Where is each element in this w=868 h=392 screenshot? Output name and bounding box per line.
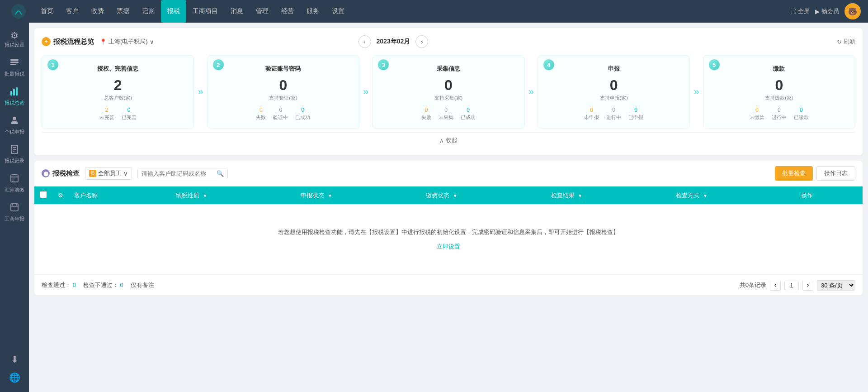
refresh-button[interactable]: ↻ 刷新 [837,38,855,46]
prev-month-button[interactable]: ‹ [359,35,371,48]
nav-home[interactable]: 首页 [34,0,60,23]
prev-page-button[interactable]: ‹ [770,280,781,291]
passed-stat: 检查通过： 0 [42,281,76,289]
step-count-5: 0 [775,76,783,94]
sidebar-item-batch-tax[interactable]: 批量报税 [0,53,29,82]
stat-not-filed-4[interactable]: 0 [584,107,599,113]
step-num-4: 4 [543,59,554,70]
th-customer-name: 客户名称 [69,186,170,204]
location-select[interactable]: 📍 上海(电子税局) ∨ [99,38,154,46]
stat-processing-4[interactable]: 0 [606,107,621,113]
nav-message[interactable]: 消息 [224,0,250,23]
failed-stat: 检查不通过： 0 [83,281,123,289]
failed-value[interactable]: 0 [120,282,123,288]
search-wrap: 🔍 [137,168,228,179]
check-footer: 检查通过： 0 检查不通过： 0 仅有备注 共0条记录 ‹ › 30 条/页 5… [34,275,863,295]
next-month-button[interactable]: › [415,35,428,48]
th-actions: 操作 [796,186,863,204]
nav-tax[interactable]: 报税 [161,0,186,23]
step-count-4: 0 [610,76,618,94]
table-header-row: ⚙ 客户名称 纳税性质 ▼ 申报状态 ▼ [34,186,863,204]
batch-check-button[interactable]: 批量检查 [775,166,813,181]
step-stats-3: 0 失败 0 未采集 0 已成功 [421,107,476,121]
play-icon: ▶ [815,8,820,15]
step-card-5: 5 缴款 0 支持缴款(家) 0 未缴款 0 进行中 0 已缴款 [703,55,855,129]
check-title: ⬤ 报税检查 [42,169,80,178]
sidebar-item-tax-settings[interactable]: ⚙ 报税设置 [0,26,29,53]
step-count-3: 0 [444,76,453,94]
fullscreen-button[interactable]: ⛶ 全屏 [790,7,810,15]
step-title-4: 申报 [608,65,620,73]
nav-settings[interactable]: 设置 [326,0,351,23]
batch-tax-icon [9,57,19,69]
arrow-4-5: » [690,55,703,129]
sidebar-download[interactable]: ⬇ [0,350,29,368]
operation-log-button[interactable]: 操作日志 [816,166,855,181]
filter-icon-4[interactable]: ▼ [578,193,582,198]
sidebar-item-personal-tax[interactable]: 个税申报 [0,111,29,140]
filter-icon-5[interactable]: ▼ [703,193,708,198]
stat-success-2[interactable]: 0 [295,107,310,113]
nav-operation[interactable]: 经营 [275,0,300,23]
sidebar-item-annual-settlement[interactable]: 汇 汇算清缴 [0,169,29,198]
stat-not-collected-3[interactable]: 0 [439,107,453,113]
table-wrapper[interactable]: ⚙ 客户名称 纳税性质 ▼ 申报状态 ▼ [34,186,863,275]
filter-icon-3[interactable]: ▼ [453,193,458,198]
check-header: ⬤ 报税检查 员 全部员工 ∨ 🔍 批量检查 操作日志 [34,161,863,186]
nav-items: 首页 客户 收费 票据 记账 报税 工商项目 消息 管理 经营 服务 设置 [34,0,790,23]
passed-value[interactable]: 0 [73,282,76,288]
step-subtitle-4: 支持申报(家) [600,95,628,101]
sidebar-item-tax-record[interactable]: 报税记录 [0,140,29,169]
search-icon[interactable]: 🔍 [217,170,224,177]
sidebar-globe[interactable]: 🌐 [0,368,29,387]
stat-filed-4[interactable]: 0 [628,107,643,113]
stat-failed-3[interactable]: 0 [421,107,431,113]
nav-invoice[interactable]: 票据 [110,0,136,23]
sidebar: ⚙ 报税设置 批量报税 报税总览 个税申报 [0,23,29,392]
stat-not-paid-5[interactable]: 0 [750,107,764,113]
overview-title: + 报税流程总览 [42,37,94,46]
stat-failed-2[interactable]: 0 [256,107,266,113]
member-button[interactable]: ▶ 畅会员 [815,7,839,15]
tax-settings-icon: ⚙ [10,31,19,40]
filter-icon-1[interactable]: ▼ [203,193,207,198]
nav-bookkeeping[interactable]: 记账 [136,0,161,23]
employee-select-dropdown[interactable]: 员 全部员工 ∨ [85,167,132,180]
th-tax-nature: 纳税性质 ▼ [170,186,296,204]
page-input[interactable] [784,281,799,290]
annual-settlement-icon: 汇 [9,173,19,185]
sidebar-item-tax-overview[interactable]: 报税总览 [0,82,29,111]
step-card-3: 3 采集信息 0 支持采集(家) 0 失败 0 未采集 0 已成功 [372,55,524,129]
step-title-5: 缴款 [773,65,785,73]
next-page-button[interactable]: › [802,280,813,291]
select-all-checkbox[interactable] [40,191,47,198]
pagination: 共0条记录 ‹ › 30 条/页 50 条/页 100 条/页 [740,280,855,291]
step-num-2: 2 [213,59,224,70]
setup-link[interactable]: 立即设置 [49,241,848,252]
stat-verifying-2[interactable]: 0 [273,107,288,113]
step-subtitle-1: 总客户数(家) [104,95,132,101]
sidebar-item-annual-report[interactable]: 工商年报 [0,198,29,227]
stat-completed[interactable]: 0 [122,107,137,113]
filter-icon-2[interactable]: ▼ [328,193,332,198]
nav-fee[interactable]: 收费 [85,0,110,23]
personal-tax-icon [9,115,19,127]
collapse-icon: ∧ [439,137,444,144]
search-input[interactable] [142,170,214,177]
nav-service[interactable]: 服务 [300,0,326,23]
download-icon: ⬇ [11,355,19,364]
stat-paid-5[interactable]: 0 [794,107,809,113]
stat-not-complete[interactable]: 2 [99,107,114,113]
stat-success-3[interactable]: 0 [461,107,476,113]
step-num-3: 3 [378,59,389,70]
settings-icon[interactable]: ⚙ [58,192,63,199]
nav-customer[interactable]: 客户 [60,0,85,23]
stat-processing-5[interactable]: 0 [772,107,787,113]
step-title-1: 授权、完善信息 [97,65,138,73]
logo[interactable] [7,4,30,19]
nav-management[interactable]: 管理 [250,0,275,23]
nav-business[interactable]: 工商项目 [186,0,224,23]
per-page-select[interactable]: 30 条/页 50 条/页 100 条/页 [817,280,855,291]
collapse-button[interactable]: ∧ 收起 [42,132,855,148]
avatar[interactable]: 🐻 [844,3,861,19]
